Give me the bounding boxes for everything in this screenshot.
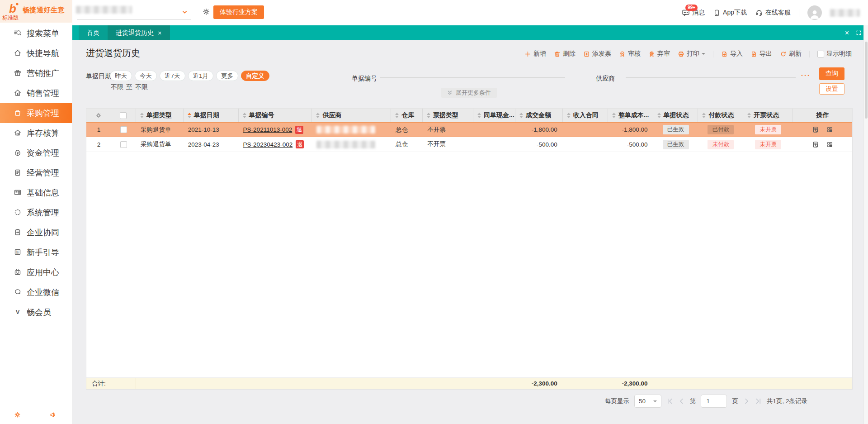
sidebar-item-operation[interactable]: 经营管理	[0, 163, 72, 183]
chevron-down-icon[interactable]	[182, 9, 188, 15]
online-support-button[interactable]: 在线客服	[755, 9, 791, 17]
sidebar-item-wecom[interactable]: 企业微信	[0, 282, 72, 302]
sidebar-item-inventory[interactable]: 库存核算	[0, 123, 72, 143]
show-detail-checkbox[interactable]	[817, 51, 824, 57]
sidebar-item-funds[interactable]: 资金管理	[0, 143, 72, 163]
sidebar-item-baseinfo[interactable]: 基础信息	[0, 183, 72, 203]
doc-no-link[interactable]: PS-20211013-002	[243, 126, 292, 133]
per-page-select[interactable]: 50	[634, 395, 661, 408]
gear-icon[interactable]	[95, 112, 102, 119]
toolbar-export-button[interactable]: 导出	[750, 50, 772, 58]
table-row[interactable]: 1采购退货单2021-10-13PS-20211013-002退总仓不开票-1,…	[86, 122, 852, 137]
column-header[interactable]: 同单现金...	[473, 109, 515, 122]
toolbar-refresh-button[interactable]: 刷新	[780, 50, 802, 58]
sort-icon[interactable]	[519, 113, 523, 118]
sidebar-item-system[interactable]: 系统管理	[0, 203, 72, 223]
sort-icon[interactable]	[657, 113, 661, 118]
close-icon[interactable]: ×	[158, 29, 162, 36]
column-header[interactable]: 票据类型	[423, 109, 473, 122]
first-page-button[interactable]	[666, 398, 673, 405]
date-pill[interactable]: 昨天	[110, 71, 132, 81]
company-name-redacted[interactable]	[76, 6, 132, 14]
toolbar-print-button[interactable]: 打印	[678, 50, 705, 58]
supplier-more-icon[interactable]: ···	[801, 71, 811, 79]
date-pill-custom[interactable]: 自定义	[241, 71, 269, 81]
date-pill[interactable]: 近1月	[188, 71, 214, 81]
date-range-text[interactable]: 不限 至 不限	[111, 83, 148, 91]
app-download-button[interactable]: App下载	[713, 9, 747, 17]
column-header[interactable]: 单据状态	[653, 109, 698, 122]
sort-icon[interactable]	[747, 113, 751, 118]
vertical-scrollbar[interactable]	[863, 25, 868, 424]
sidebar-item-sales[interactable]: 销售管理	[0, 83, 72, 103]
tab-active[interactable]: 进货退货历史×	[108, 25, 170, 40]
tab-home[interactable]: 首页	[79, 25, 108, 40]
view-detail-icon[interactable]	[812, 126, 819, 133]
column-header[interactable]: 整单成本...	[608, 109, 653, 122]
sort-icon[interactable]	[567, 113, 571, 118]
doc-no-input[interactable]	[380, 66, 565, 78]
sidebar-item-gift[interactable]: 营销推广	[0, 63, 72, 83]
sort-icon[interactable]	[316, 113, 320, 118]
close-icon[interactable]: ×	[845, 29, 849, 37]
select-all-checkbox[interactable]	[120, 112, 127, 119]
settings-button[interactable]: 设置	[819, 83, 844, 95]
sidebar-item-search[interactable]: 搜索菜单	[0, 24, 72, 43]
column-header[interactable]: 开票状态	[743, 109, 793, 122]
row-checkbox[interactable]	[120, 141, 127, 148]
fullscreen-icon[interactable]	[856, 30, 862, 36]
column-header[interactable]: 收入合同	[563, 109, 608, 122]
column-header[interactable]: 操作	[793, 109, 852, 122]
sort-icon[interactable]	[477, 113, 481, 118]
sidebar-item-collab[interactable]: 企业协同	[0, 223, 72, 243]
settings-gear-icon[interactable]	[14, 411, 21, 419]
column-header[interactable]: 单据编号	[239, 109, 312, 122]
column-header[interactable]: 仓库	[391, 109, 423, 122]
sidebar-item-guide[interactable]: 新新手引导	[0, 243, 72, 262]
date-pill[interactable]: 近7天	[160, 71, 185, 81]
sort-icon[interactable]	[395, 113, 399, 118]
column-header[interactable]: 付款状态	[698, 109, 743, 122]
toolbar-trash-button[interactable]: 删除	[554, 50, 576, 58]
view-detail-icon[interactable]	[812, 141, 819, 148]
prev-page-button[interactable]	[678, 398, 685, 405]
toolbar-audit-button[interactable]: 审核	[619, 50, 641, 58]
sort-icon[interactable]	[243, 113, 246, 118]
toolbar-invoice-button[interactable]: 添发票	[583, 50, 611, 58]
user-name-redacted[interactable]	[830, 9, 860, 17]
page-number-input[interactable]: 1	[701, 395, 727, 408]
gear-icon[interactable]	[202, 7, 211, 16]
last-page-button[interactable]	[755, 398, 762, 405]
column-header[interactable]: 单据类型	[136, 109, 184, 122]
toolbar-unaudit-button[interactable]: 弃审	[648, 50, 670, 58]
sidebar-item-purchase[interactable]: 采购管理	[0, 103, 72, 123]
column-header[interactable]: 单据日期	[184, 109, 239, 122]
sort-icon[interactable]	[702, 113, 706, 118]
sort-icon[interactable]	[612, 113, 616, 118]
column-header[interactable]: 成交金额	[515, 109, 563, 122]
industry-solution-button[interactable]: 体验行业方案	[213, 5, 264, 19]
related-docs-icon[interactable]	[826, 126, 833, 133]
expand-more-conditions[interactable]: 展开更多条件	[441, 88, 497, 98]
column-header[interactable]: 供应商	[312, 109, 391, 122]
avatar[interactable]	[807, 5, 822, 20]
supplier-input[interactable]	[626, 66, 796, 78]
sidebar-item-appcenter[interactable]: 应用中心	[0, 262, 72, 282]
sort-icon[interactable]	[140, 113, 144, 118]
date-pill[interactable]: 今天	[135, 71, 157, 81]
announcement-horn-icon[interactable]	[49, 411, 57, 419]
toolbar-import-button[interactable]: 导入	[721, 50, 743, 58]
doc-no-link[interactable]: PS-20230423-002	[243, 141, 293, 148]
sidebar-item-member[interactable]: V畅会员	[0, 302, 72, 322]
table-row[interactable]: 2采购退货单2023-04-23PS-20230423-002退总仓不开票-50…	[86, 137, 852, 152]
messages-button[interactable]: 99+ 消息	[682, 9, 705, 17]
sidebar-item-home[interactable]: 快捷导航	[0, 43, 72, 63]
sort-icon[interactable]	[188, 113, 191, 118]
scrollbar-thumb[interactable]	[865, 42, 868, 119]
toolbar-plus-button[interactable]: 新增	[524, 50, 546, 58]
related-docs-icon[interactable]	[826, 141, 833, 148]
sort-icon[interactable]	[427, 113, 430, 118]
row-checkbox[interactable]	[120, 126, 127, 133]
search-button[interactable]: 查询	[819, 67, 844, 80]
date-pill[interactable]: 更多	[216, 71, 238, 81]
